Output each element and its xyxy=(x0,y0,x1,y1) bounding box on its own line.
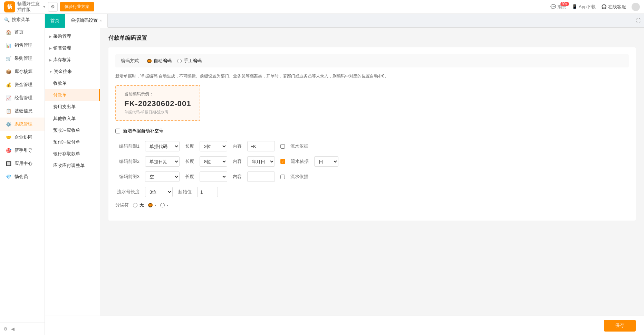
prefix2-row: 编码前缀2 单据日期 部门 业务员 空 长度 8位 4位 6位 xyxy=(115,156,629,167)
manual-encode-option[interactable]: 手工编码 xyxy=(177,58,202,64)
collapse-footer-btn[interactable]: ◀ xyxy=(11,326,15,332)
info-text: 新增单据时，'单据编码'自动生成，不可编辑。前缀设置为部门、业务员等档案类，开单… xyxy=(115,73,629,80)
logo-text: 畅通好生意 插件版 xyxy=(17,1,40,13)
sidebar-item-purchase[interactable]: 🛒 采购管理 xyxy=(0,52,45,65)
sidebar-item-guide[interactable]: 🎯 新手引导 xyxy=(0,144,45,157)
prefix2-select[interactable]: 单据日期 部门 业务员 空 xyxy=(145,156,180,167)
preview-box: 当前编码示例： FK-20230602-001 单据代码-单据日期-流水号 xyxy=(115,85,200,121)
content-footer: 保存 xyxy=(45,316,644,335)
message-btn[interactable]: 💬 消息 99+ xyxy=(550,4,566,10)
prefix2-content-select[interactable]: 年月日 年月 年 xyxy=(247,156,275,167)
message-badge: 99+ xyxy=(560,2,569,6)
prefix2-length-label: 长度 xyxy=(185,158,194,165)
system-icon: ⚙️ xyxy=(6,121,12,127)
prefix1-label: 编码前缀1 xyxy=(115,143,140,149)
app-download-icon: 📱 xyxy=(572,4,577,9)
prefix1-serial-follow-checkbox[interactable] xyxy=(280,144,285,149)
preview-sub: 单据代码-单据日期-流水号 xyxy=(124,110,191,115)
prefix1-length-select[interactable]: 2位 3位 4位 xyxy=(200,141,227,151)
preview-label: 当前编码示例： xyxy=(124,91,191,97)
arrow-down-icon: ▼ xyxy=(49,70,52,74)
sidebar-item-system[interactable]: ⚙️ 系统管理 xyxy=(0,118,45,131)
dropdown-arrow-icon[interactable]: ▼ xyxy=(42,5,46,9)
auto-encode-radio[interactable] xyxy=(147,59,152,63)
prefix2-length-select[interactable]: 8位 4位 6位 xyxy=(200,156,227,167)
tab-minimize-icon[interactable]: — xyxy=(629,18,634,23)
prefix2-follow-select[interactable]: 日 月 年 xyxy=(314,156,338,167)
sidebar-item-finance[interactable]: 💰 资金管理 xyxy=(0,78,45,91)
prefix1-select[interactable]: 单据代码 部门 业务员 空 xyxy=(145,141,180,151)
basic-icon: 📋 xyxy=(6,108,12,114)
prefix2-content-label: 内容 xyxy=(233,158,242,165)
settings-footer-btn[interactable]: ⚙ xyxy=(3,326,8,332)
sidebar-item-member[interactable]: 💎 畅会员 xyxy=(0,170,45,183)
arrow-right-icon: ▶ xyxy=(49,35,52,38)
prefix3-serial-follow-label: 流水依据 xyxy=(290,174,308,180)
separator-dot-radio[interactable] xyxy=(160,203,165,207)
sidebar-item-home[interactable]: 🏠 首页 xyxy=(0,26,45,39)
sidebar-item-basic[interactable]: 📋 基础信息 xyxy=(0,104,45,118)
auto-fill-row: 新增单据自动补空号 xyxy=(115,128,629,134)
tab-maximize-icon[interactable]: ⛶ xyxy=(636,18,641,23)
preview-code: FK-20230602-001 xyxy=(124,99,191,108)
sub-item-payment[interactable]: 付款单 xyxy=(45,89,100,101)
sub-item-bank-deposit[interactable]: 银行存取款单 xyxy=(45,148,100,160)
sub-item-other-income[interactable]: 其他收入单 xyxy=(45,113,100,124)
sub-group-purchase[interactable]: ▶ 采购管理 xyxy=(45,30,100,42)
app-download-btn[interactable]: 📱 App下载 xyxy=(572,4,596,10)
sub-group-capital[interactable]: ▼ 资金往来 xyxy=(45,66,100,77)
finance-icon: 💰 xyxy=(6,82,12,88)
separator-row: 分隔符 无 · · xyxy=(115,202,629,208)
separator-none-option[interactable]: 无 xyxy=(133,202,144,208)
sub-item-pre-receivable[interactable]: 预收冲应收单 xyxy=(45,124,100,136)
tab-close-icon[interactable]: × xyxy=(100,18,102,22)
encode-method-radio-group: 自动编码 手工编码 xyxy=(147,58,202,64)
apps-icon: 🔲 xyxy=(6,160,12,167)
separator-dot-option[interactable]: · xyxy=(160,203,168,208)
top-bar-left: 畅 畅通好生意 插件版 ▼ ⚙ 体验行业方案 xyxy=(4,1,94,13)
serial-length-select[interactable]: 3位 4位 5位 6位 xyxy=(145,187,173,197)
trial-button[interactable]: 体验行业方案 xyxy=(60,2,94,11)
sub-item-receipt[interactable]: 收款单 xyxy=(45,77,100,89)
sub-group-sales[interactable]: ▶ 销售管理 xyxy=(45,42,100,54)
arrow-right-icon: ▶ xyxy=(49,58,52,62)
prefix1-content-input[interactable] xyxy=(247,141,275,151)
manual-encode-radio[interactable] xyxy=(177,59,182,63)
tab-encode-settings[interactable]: 单据编码设置 × xyxy=(65,14,108,28)
prefix3-content-label: 内容 xyxy=(233,174,242,180)
app-logo: 畅 畅通好生意 插件版 xyxy=(4,1,40,13)
save-button[interactable]: 保存 xyxy=(604,320,636,332)
auto-fill-checkbox[interactable] xyxy=(115,129,120,133)
sidebar-item-operation[interactable]: 📈 经营管理 xyxy=(0,91,45,104)
top-bar-controls: ▼ ⚙ 体验行业方案 xyxy=(42,2,94,12)
sub-item-expense[interactable]: 费用支出单 xyxy=(45,101,100,113)
prefix3-select[interactable]: 空 单据代码 部门 业务员 xyxy=(145,171,180,182)
prefix3-length-select[interactable] xyxy=(200,171,227,182)
start-value-input[interactable] xyxy=(197,187,218,197)
top-bar: 畅 畅通好生意 插件版 ▼ ⚙ 体验行业方案 💬 消息 99+ 📱 App下载 … xyxy=(0,0,644,14)
separator-dash-option[interactable]: · xyxy=(148,203,156,208)
separator-none-radio[interactable] xyxy=(133,203,137,207)
prefix2-serial-follow-checkbox[interactable]: ✓ xyxy=(280,159,285,164)
sub-group-inventory[interactable]: ▶ 库存核算 xyxy=(45,54,100,66)
separator-label: 分隔符 xyxy=(115,202,129,208)
sidebar-item-apps[interactable]: 🔲 应用中心 xyxy=(0,157,45,170)
member-icon: 💎 xyxy=(6,174,12,180)
prefix3-content-input[interactable] xyxy=(247,171,275,182)
sidebar-item-sales[interactable]: 📊 销售管理 xyxy=(0,39,45,52)
tab-home[interactable]: 首页 xyxy=(45,14,65,28)
online-service-btn[interactable]: 🎧 在线客服 xyxy=(601,4,626,10)
separator-dash-radio[interactable] xyxy=(148,203,153,207)
search-menu[interactable]: 🔍 搜索菜单 xyxy=(0,14,45,26)
auto-encode-option[interactable]: 自动编码 xyxy=(147,58,172,64)
sub-item-pre-payable[interactable]: 预付冲应付单 xyxy=(45,136,100,148)
sidebar-item-enterprise[interactable]: 🤝 企业协同 xyxy=(0,131,45,144)
sub-item-payable-adjust[interactable]: 应收应付调整单 xyxy=(45,160,100,171)
arrow-right-icon: ▶ xyxy=(49,46,52,50)
gear-button[interactable]: ⚙ xyxy=(48,2,58,12)
sub-sidebar: ▶ 采购管理 ▶ 销售管理 ▶ 库存核算 ▼ 资金往来 收款单 xyxy=(45,28,100,316)
prefix3-serial-follow-checkbox[interactable] xyxy=(280,175,285,179)
sidebar-item-inventory[interactable]: 📦 库存核算 xyxy=(0,65,45,78)
home-icon: 🏠 xyxy=(6,29,12,35)
user-avatar[interactable] xyxy=(632,3,640,11)
